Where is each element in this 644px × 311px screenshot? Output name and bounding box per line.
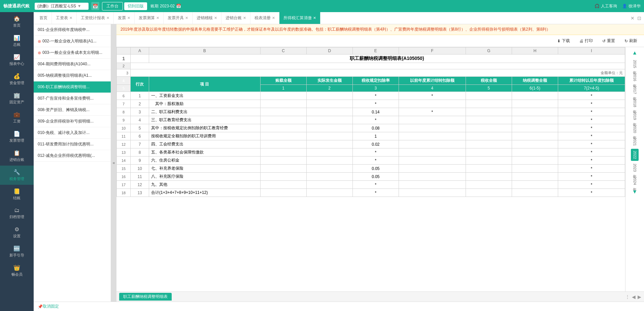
tab-income-tax-close[interactable]: ✕ [313,16,316,20]
tab-invoice[interactable]: 发票 ✕ [114,12,135,24]
form-item-004[interactable]: 004-期间费用明细表(A1040... [34,59,111,70]
tab-home[interactable]: 首页 [35,12,52,24]
year-2023[interactable]: 2023年 [631,162,639,174]
support-button[interactable]: 🎧 人工客询 [595,3,617,9]
company-selector[interactable]: (勿删）江西般宝-LSS ▼ [35,3,89,10]
tab-salary-stats[interactable]: 工资统计报表 ✕ [77,12,114,24]
sidebar-item-guide[interactable]: 🆕 新手引导 [0,242,34,261]
sidebar-item-ledger[interactable]: 📊 总账 [0,31,34,50]
scroll-left-icon[interactable]: ◀ [632,294,636,300]
tab-invoice-issue-close[interactable]: ✕ [185,16,188,20]
unit-row: 3 金额单位：元 [117,69,625,77]
year-2022[interactable]: 2022年 [631,149,639,161]
cancel-fixed-label[interactable]: 取消固定 [43,304,59,309]
sidebar-item-funds[interactable]: 💰 资金管理 [0,70,34,89]
print-button[interactable]: 🖨 打印 [577,37,596,45]
tab-tax-register[interactable]: 税表清册 ✕ [250,12,279,24]
sheet-tab[interactable]: 职工薪酬纳税调整明细表 [119,293,172,301]
tab-close-all-icon[interactable]: ✕ [631,15,635,21]
tab-invoice-issue[interactable]: 发票开具 ✕ [164,12,193,24]
bottom-bar: 职工薪酬纳税调整明细表 ⋮ ◀ ▶ [116,291,644,302]
sidebar-item-archive[interactable]: 🗂 归档管理 [0,204,34,223]
rownum-18: 18 [117,189,131,197]
tab-invoice-close[interactable]: ✕ [127,16,130,20]
form-item-001[interactable]: 001-企业所得税年度纳税申... [34,24,111,36]
header-f: 以前年度累计结转扣除额 [399,77,466,85]
form-item-002[interactable]: ⊗ 002-一般企业收入明细表(A1... [34,36,111,47]
year-2019[interactable]: 2019年 [631,110,639,122]
year-2018[interactable]: 2018年 [631,97,639,109]
app-logo: 畅捷通易代账 [3,3,30,9]
sidebar-item-salary[interactable]: 💼 工资 [0,108,34,127]
tab-salary[interactable]: 工资表 ✕ [52,12,77,24]
warn-icon-003: ⊗ [38,50,41,55]
workbench-button[interactable]: 工作台 [102,2,123,10]
rownum-15: 15 [117,165,131,173]
user-button[interactable]: 👤 徐泽华 [622,3,641,9]
spreadsheet-container[interactable]: A B C D E F G H I [116,47,625,291]
year-down-icon[interactable]: ▼ [631,187,639,196]
scroll-right-icon[interactable]: ▶ [638,294,641,300]
sidebar-item-close[interactable]: 📒 结账 [0,185,34,204]
calendar-icon[interactable]: 📅 [91,2,99,10]
col-e: E [352,47,399,55]
tab-invoice-calc-close[interactable]: ✕ [156,16,159,20]
reset-button[interactable]: ↺ 重置 [600,37,618,45]
year-2024[interactable]: 2024年 [631,175,639,187]
form-item-009[interactable]: 009-企业所得税弥补亏损明细... [34,116,111,127]
sidebar-item-tax[interactable]: 🔧 税务管理 [0,166,34,185]
sidebar-item-reports[interactable]: 📈 报表中心 [0,50,34,70]
sidebar-label-reports: 报表中心 [9,61,24,66]
sheet-menu-icon[interactable]: ⋮ [625,294,630,300]
tab-purchase-ledger[interactable]: 进销台账 ✕ [222,12,250,24]
form-item-012[interactable]: 012-减免企业所得税优惠明细(... [34,150,111,162]
tab-income-tax[interactable]: 所得税汇算清缴 ✕ [279,12,320,24]
content-area: 首页 工资表 ✕ 工资统计报表 ✕ 发票 ✕ 发票测算 ✕ [34,12,644,311]
form-item-003[interactable]: ⊗ 003-一般企业业务成本支出明细... [34,47,111,59]
sidebar-item-settings[interactable]: ⚙ 设置 [0,223,34,242]
sidebar-item-membership[interactable]: 👑 畅会员 [0,261,34,280]
form-item-006[interactable]: 006-职工薪酬纳税调整明细... [34,81,111,93]
spreadsheet-table: A B C D E F G H I [116,47,625,197]
tab-invoice-calc[interactable]: 发票测算 ✕ [135,12,164,24]
form-item-008[interactable]: 008-资产折旧、摊销及纳税... [34,104,111,116]
refresh-button[interactable]: ↻ 刷新 [622,37,640,45]
panel-collapse-handle[interactable]: « [111,24,116,302]
year-2016[interactable]: 2016年 [631,71,639,83]
period-display: 账期 2023-02 📅 [150,3,181,9]
sidebar-item-home[interactable]: 🏠 首页 [0,12,34,31]
sidebar-item-invoice[interactable]: 📄 发票管理 [0,127,34,146]
col-i: I [558,47,625,55]
sidebar-item-purchase-sales[interactable]: 📋 进销台账 [0,146,34,166]
tab-expand-icon[interactable]: ⊡ [637,15,641,21]
tab-purchase-audit-close[interactable]: ✕ [214,16,217,20]
rownum-1: 1 [117,55,131,63]
form-item-005[interactable]: 005-纳税调整项目明细表(A1... [34,70,111,81]
title-row: 1 职工薪酬纳税调整明细表(A105050) [117,55,625,63]
header-g: 税收全额 [466,77,512,85]
download-button[interactable]: ⬇ 下载 [554,37,573,45]
tab-tax-register-close[interactable]: ✕ [272,16,275,20]
data-row-7: 7 2 其中：股权激励 * [117,100,625,108]
year-2021[interactable]: 2021年 [631,136,639,148]
year-2017[interactable]: 2017年 [631,84,639,96]
col-d: D [306,47,352,55]
form-item-011[interactable]: 011-研发费用加计扣除优惠明... [34,139,111,150]
year-2015[interactable]: 2015年 [631,58,639,70]
tab-tax-register-label: 税表清册 [255,15,271,21]
year-up-icon[interactable]: ▲ [631,48,639,57]
form-item-010[interactable]: 010-免税、减计收入及加计... [34,127,111,139]
tab-salary-close[interactable]: ✕ [69,16,72,20]
year-2020[interactable]: 2020年 [631,123,639,135]
data-row-9: 9 4 三、职工教育经费支出 * [117,116,625,124]
reset-icon: ↺ [602,39,606,43]
rownum-9: 9 [117,116,131,124]
sidebar-item-assets[interactable]: 🏢 固定资产 [0,89,34,108]
subheader-e: 3 [352,85,399,92]
switch-button[interactable]: 切到旧版 [124,2,147,10]
user-avatar-icon: 👤 [622,4,627,8]
tab-purchase-audit[interactable]: 进销稽核 ✕ [193,12,222,24]
form-item-007[interactable]: 007-广告宣传和业务宣传费明... [34,93,111,104]
tab-salary-stats-close[interactable]: ✕ [106,16,109,20]
tab-purchase-ledger-close[interactable]: ✕ [243,16,246,20]
